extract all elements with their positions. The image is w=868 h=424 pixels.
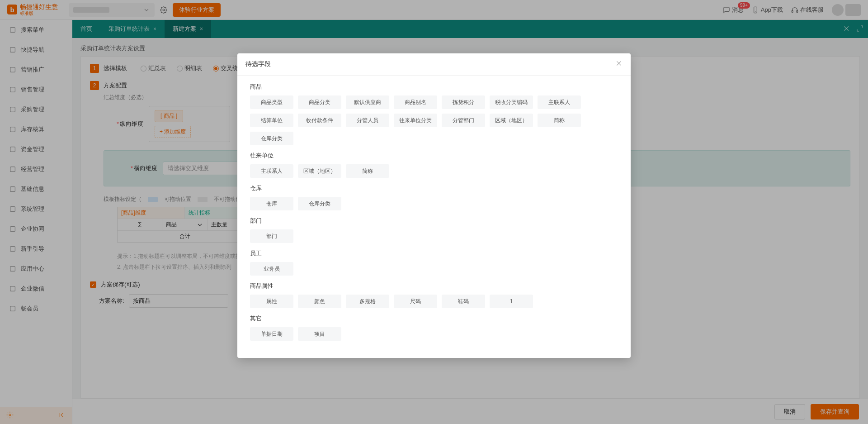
field-chip[interactable]: 业务员: [250, 262, 293, 276]
field-group-title: 商品: [250, 83, 618, 91]
field-chip[interactable]: 多规格: [346, 295, 389, 308]
field-chip[interactable]: 仓库: [250, 197, 293, 210]
close-icon: [615, 60, 623, 67]
modal-close-button[interactable]: [615, 60, 623, 69]
field-chip[interactable]: 主联系人: [250, 164, 293, 178]
field-chip[interactable]: 结算单位: [250, 114, 293, 127]
field-chip[interactable]: 收付款条件: [298, 114, 341, 127]
field-chip[interactable]: 鞋码: [442, 295, 485, 308]
field-chip[interactable]: 拣货积分: [442, 95, 485, 109]
field-chip[interactable]: 分管人员: [346, 114, 389, 127]
field-chip[interactable]: 单据日期: [250, 327, 293, 341]
field-chip[interactable]: 默认供应商: [346, 95, 389, 109]
field-chip[interactable]: 部门: [250, 229, 293, 243]
field-group-5: 商品属性属性颜色多规格尺码鞋码1: [250, 282, 618, 308]
field-picker-modal: 待选字段 商品商品类型商品分类默认供应商商品别名拣货积分税收分类编码主联系人结算…: [237, 53, 631, 358]
field-chip[interactable]: 区域（地区）: [298, 164, 341, 178]
field-chip[interactable]: 商品分类: [298, 95, 341, 109]
field-chip[interactable]: 颜色: [298, 295, 341, 308]
field-group-title: 商品属性: [250, 282, 618, 290]
field-chip[interactable]: 简称: [346, 164, 389, 178]
field-group-title: 仓库: [250, 184, 618, 192]
field-chip[interactable]: 仓库分类: [298, 197, 341, 210]
field-chip[interactable]: 往来单位分类: [394, 114, 437, 127]
field-group-0: 商品商品类型商品分类默认供应商商品别名拣货积分税收分类编码主联系人结算单位收付款…: [250, 83, 618, 145]
modal-title: 待选字段: [245, 60, 271, 68]
field-chip[interactable]: 简称: [538, 114, 581, 127]
field-chip[interactable]: 尺码: [394, 295, 437, 308]
field-group-title: 其它: [250, 314, 618, 323]
field-group-2: 仓库仓库仓库分类: [250, 184, 618, 210]
field-chip[interactable]: 分管部门: [442, 114, 485, 127]
field-chip[interactable]: 商品别名: [394, 95, 437, 109]
field-chip[interactable]: 税收分类编码: [490, 95, 533, 109]
field-chip[interactable]: 1: [490, 295, 533, 308]
field-chip[interactable]: 区域（地区）: [490, 114, 533, 127]
field-group-title: 部门: [250, 217, 618, 225]
field-group-6: 其它单据日期项目: [250, 314, 618, 341]
field-chip[interactable]: 商品类型: [250, 95, 293, 109]
field-chip[interactable]: 属性: [250, 295, 293, 308]
field-chip[interactable]: 项目: [298, 327, 341, 341]
field-group-4: 员工业务员: [250, 249, 618, 276]
field-group-title: 往来单位: [250, 152, 618, 160]
field-group-title: 员工: [250, 249, 618, 257]
field-group-3: 部门部门: [250, 217, 618, 243]
field-chip[interactable]: 主联系人: [538, 95, 581, 109]
field-group-1: 往来单位主联系人区域（地区）简称: [250, 152, 618, 178]
field-chip[interactable]: 仓库分类: [250, 132, 293, 145]
